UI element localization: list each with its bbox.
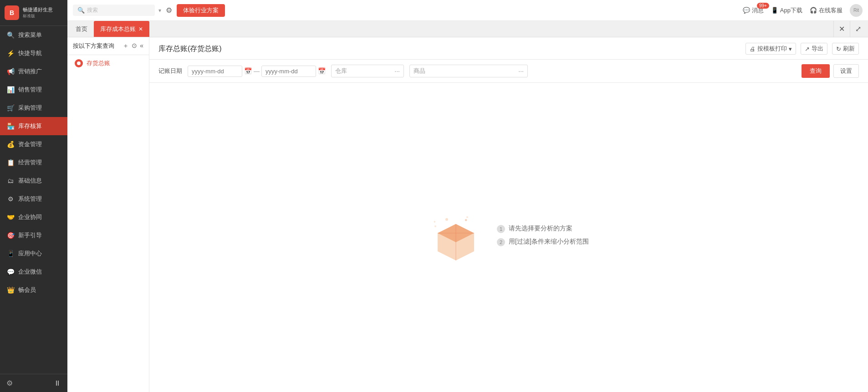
product-select[interactable]: 商品 ··· xyxy=(409,65,528,77)
sales-icon: 📊 xyxy=(6,86,15,94)
empty-state: ✦ ✦ 1 请先选择要分析的方案 2 用[过滤]条件来缩小分析范围 xyxy=(149,83,868,392)
print-icon: 🖨 xyxy=(750,46,756,52)
tab-right-btns: ✕ ⤢ xyxy=(833,21,866,37)
sidebar-item-label: 销售管理 xyxy=(18,86,42,94)
print-dropdown-icon: ▾ xyxy=(789,46,792,52)
message-icon: 💬 xyxy=(743,7,750,14)
search-icon: 🔍 xyxy=(6,31,15,39)
print-btn[interactable]: 🖨 按模板打印 ▾ xyxy=(745,43,796,55)
phone-icon: 📱 xyxy=(771,7,778,14)
tab-close-icon[interactable]: ✕ xyxy=(138,26,143,32)
filter-actions: 查询 设置 xyxy=(802,64,859,78)
sidebar-item-label: 应用中心 xyxy=(18,249,42,258)
sidebar-item-quick-nav[interactable]: ⚡ 快捷导航 xyxy=(0,44,67,62)
left-panel-header: 按以下方案查询 ＋ ⊙ « xyxy=(67,37,149,55)
export-btn[interactable]: ↗ 导出 xyxy=(801,43,827,55)
tab-inventory-cost-label: 库存成本总账 xyxy=(100,25,136,33)
date-input-group: 📅 — 📅 xyxy=(188,66,326,77)
warehouse-select[interactable]: 仓库 ··· xyxy=(331,65,404,77)
export-icon: ↗ xyxy=(805,46,810,52)
tab-close-btn[interactable]: ✕ xyxy=(833,21,850,37)
sidebar-item-label: 系统管理 xyxy=(18,195,42,203)
topbar-search[interactable]: 🔍 搜索 xyxy=(73,5,155,16)
empty-hint-2-text: 用[过滤]条件来缩小分析范围 xyxy=(509,238,589,246)
finance-icon: 💰 xyxy=(6,140,15,148)
query-button[interactable]: 查询 xyxy=(802,64,830,78)
user-avatar[interactable]: Rit xyxy=(850,4,863,17)
sidebar-item-finance[interactable]: 💰 资金管理 xyxy=(0,135,67,153)
app-download-btn[interactable]: 📱 App下载 xyxy=(771,6,802,15)
product-more-icon[interactable]: ··· xyxy=(518,67,524,75)
sidebar-item-wechat[interactable]: 💬 企业微信 xyxy=(0,263,67,281)
sidebar-item-label: 经营管理 xyxy=(18,158,42,167)
page-title-row: 库存总账(存货总账) 🖨 按模板打印 ▾ ↗ 导出 ↻ xyxy=(158,43,859,59)
sidebar-item-marketing[interactable]: 📢 营销推广 xyxy=(0,62,67,81)
online-service-btn[interactable]: 🎧 在线客服 xyxy=(810,6,842,15)
sidebar-item-search[interactable]: 🔍 搜索菜单 xyxy=(0,26,67,44)
sidebar-item-label: 采购管理 xyxy=(18,104,42,112)
add-scheme-btn[interactable]: ＋ xyxy=(123,42,129,50)
left-panel-item-inventory-ledger[interactable]: 存货总账 xyxy=(67,55,149,71)
filter-date-label: 记账日期 xyxy=(158,67,182,75)
marketing-icon: 📢 xyxy=(6,67,15,76)
sidebar-item-operations[interactable]: 📋 经营管理 xyxy=(0,153,67,172)
sidebar-item-purchase[interactable]: 🛒 采购管理 xyxy=(0,99,67,117)
search-icon: 🔍 xyxy=(77,7,85,14)
sidebar-item-app-center[interactable]: 📱 应用中心 xyxy=(0,244,67,263)
page-header-actions: 🖨 按模板打印 ▾ ↗ 导出 ↻ 刷新 xyxy=(745,43,859,55)
ledger-item-icon xyxy=(75,59,83,67)
date-start-input[interactable] xyxy=(188,66,242,77)
page-header: 库存总账(存货总账) 🖨 按模板打印 ▾ ↗ 导出 ↻ xyxy=(149,37,868,60)
sidebar-item-label: 库存核算 xyxy=(18,122,42,130)
industry-btn[interactable]: 体验行业方案 xyxy=(177,4,225,17)
product-placeholder: 商品 xyxy=(414,67,425,75)
cooperation-icon: 🤝 xyxy=(6,213,15,221)
tab-expand-btn[interactable]: ⤢ xyxy=(850,21,866,37)
empty-hint-list: 1 请先选择要分析的方案 2 用[过滤]条件来缩小分析范围 xyxy=(497,224,589,251)
date-end-input[interactable] xyxy=(261,66,316,77)
basic-info-icon: 🗂 xyxy=(6,177,15,185)
membership-icon: 👑 xyxy=(6,286,15,294)
svg-text:✦: ✦ xyxy=(464,218,468,223)
sidebar-item-sales[interactable]: 📊 销售管理 xyxy=(0,81,67,99)
tab-home[interactable]: 首页 xyxy=(69,21,94,37)
sidebar-item-membership[interactable]: 👑 畅会员 xyxy=(0,281,67,299)
logo-icon: B xyxy=(5,5,19,20)
collapse-icon[interactable]: ⏸ xyxy=(54,379,61,387)
date-separator: — xyxy=(254,68,260,75)
sidebar-item-label: 营销推广 xyxy=(18,67,42,76)
topbar-gear-icon[interactable]: ⚙ xyxy=(166,6,172,15)
sidebar-item-label: 搜索菜单 xyxy=(18,31,42,39)
settings-bottom-icon[interactable]: ⚙ xyxy=(6,379,13,387)
sidebar-scroll: 🔍 搜索菜单 ⚡ 快捷导航 📢 营销推广 📊 销售管理 🛒 采购管理 🏪 库存核… xyxy=(0,26,67,374)
sidebar-item-inventory[interactable]: 🏪 库存核算 xyxy=(0,117,67,135)
headset-icon: 🎧 xyxy=(810,7,817,14)
purchase-icon: 🛒 xyxy=(6,104,15,112)
sidebar-logo: B 畅捷通好生意 标准版 xyxy=(0,0,67,26)
empty-hint-1-text: 请先选择要分析的方案 xyxy=(509,224,572,233)
tab-inventory-cost[interactable]: 库存成本总账 ✕ xyxy=(94,21,149,37)
tabs-bar: 首页 库存成本总账 ✕ ✕ ⤢ xyxy=(67,21,868,37)
edit-scheme-btn[interactable]: ⊙ xyxy=(132,42,137,50)
sidebar-item-basic-info[interactable]: 🗂 基础信息 xyxy=(0,172,67,190)
refresh-btn[interactable]: ↻ 刷新 xyxy=(832,43,859,55)
nav-dropdown-icon[interactable]: ▾ xyxy=(158,7,161,14)
warehouse-more-icon[interactable]: ··· xyxy=(394,67,400,75)
empty-illustration: ✦ ✦ xyxy=(429,210,483,265)
collapse-panel-btn[interactable]: « xyxy=(140,42,143,50)
operations-icon: 📋 xyxy=(6,158,15,167)
settings-button[interactable]: 设置 xyxy=(833,64,859,78)
sidebar-item-system[interactable]: ⚙ 系统管理 xyxy=(0,190,67,208)
filter-row: 记账日期 📅 — 📅 仓库 ··· 商品 ··· 查询 xyxy=(149,60,868,83)
warehouse-placeholder: 仓库 xyxy=(335,67,347,75)
sidebar-item-cooperation[interactable]: 🤝 企业协同 xyxy=(0,208,67,226)
messages-btn[interactable]: 💬 消息 99+ xyxy=(743,6,764,15)
sidebar-item-newbie[interactable]: 🎯 新手引导 xyxy=(0,226,67,244)
newbie-icon: 🎯 xyxy=(6,231,15,239)
calendar-start-icon[interactable]: 📅 xyxy=(244,67,252,75)
calendar-end-icon[interactable]: 📅 xyxy=(318,67,326,75)
sidebar-item-label: 企业协同 xyxy=(18,213,42,221)
svg-point-0 xyxy=(77,61,81,65)
sidebar-item-label: 企业微信 xyxy=(18,268,42,276)
empty-hint-1: 1 请先选择要分析的方案 xyxy=(497,224,589,233)
